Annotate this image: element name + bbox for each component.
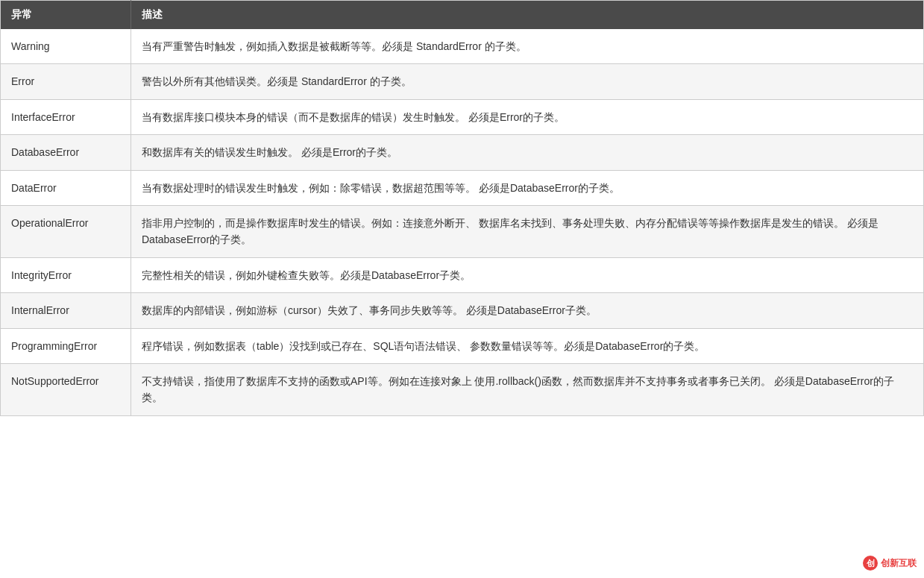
watermark-icon: 创 [863,556,878,571]
exceptions-table: 异常 描述 Warning当有严重警告时触发，例如插入数据是被截断等等。必须是 … [0,0,924,416]
exception-description: 数据库的内部错误，例如游标（cursor）失效了、事务同步失败等等。 必须是Da… [131,293,924,328]
table-header-row: 异常 描述 [1,1,924,30]
exception-name: InterfaceError [1,99,131,134]
table-row: Warning当有严重警告时触发，例如插入数据是被截断等等。必须是 Standa… [1,29,924,64]
table-row: ProgrammingError程序错误，例如数据表（table）没找到或已存在… [1,328,924,363]
table-row: InternalError数据库的内部错误，例如游标（cursor）失效了、事务… [1,293,924,328]
table-row: InterfaceError当有数据库接口模块本身的错误（而不是数据库的错误）发… [1,99,924,134]
exception-description: 程序错误，例如数据表（table）没找到或已存在、SQL语句语法错误、 参数数量… [131,328,924,363]
main-container: 异常 描述 Warning当有严重警告时触发，例如插入数据是被截断等等。必须是 … [0,0,924,578]
exception-name: DataError [1,170,131,205]
exception-description: 当有数据处理时的错误发生时触发，例如：除零错误，数据超范围等等。 必须是Data… [131,170,924,205]
header-exception: 异常 [1,1,131,30]
table-row: DataError当有数据处理时的错误发生时触发，例如：除零错误，数据超范围等等… [1,170,924,205]
table-row: IntegrityError完整性相关的错误，例如外键检查失败等。必须是Data… [1,257,924,292]
table-row: OperationalError指非用户控制的，而是操作数据库时发生的错误。例如… [1,205,924,257]
exception-name: InternalError [1,293,131,328]
exception-name: Warning [1,29,131,64]
exception-name: Error [1,64,131,99]
table-row: DatabaseError和数据库有关的错误发生时触发。 必须是Error的子类… [1,135,924,170]
header-description: 描述 [131,1,924,30]
watermark: 创 创新互联 [863,556,917,571]
exception-description: 和数据库有关的错误发生时触发。 必须是Error的子类。 [131,135,924,170]
table-row: Error警告以外所有其他错误类。必须是 StandardError 的子类。 [1,64,924,99]
exception-description: 当有严重警告时触发，例如插入数据是被截断等等。必须是 StandardError… [131,29,924,64]
exception-description: 当有数据库接口模块本身的错误（而不是数据库的错误）发生时触发。 必须是Error… [131,99,924,134]
exception-name: NotSupportedError [1,363,131,415]
exception-name: IntegrityError [1,257,131,292]
exception-name: DatabaseError [1,135,131,170]
exception-description: 完整性相关的错误，例如外键检查失败等。必须是DatabaseError子类。 [131,257,924,292]
table-row: NotSupportedError不支持错误，指使用了数据库不支持的函数或API… [1,363,924,415]
exception-name: ProgrammingError [1,328,131,363]
exception-description: 指非用户控制的，而是操作数据库时发生的错误。例如：连接意外断开、 数据库名未找到… [131,205,924,257]
exception-description: 不支持错误，指使用了数据库不支持的函数或API等。例如在连接对象上 使用.rol… [131,363,924,415]
exception-name: OperationalError [1,205,131,257]
watermark-label: 创新互联 [881,557,917,570]
exception-description: 警告以外所有其他错误类。必须是 StandardError 的子类。 [131,64,924,99]
